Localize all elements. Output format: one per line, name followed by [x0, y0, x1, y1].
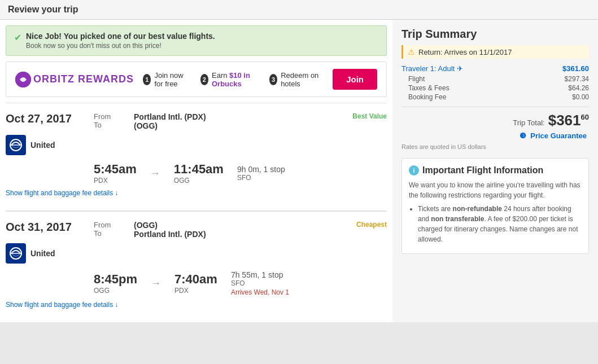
return-airports: (OGG) Portland Intl. (PDX): [134, 221, 206, 239]
return-origin: (OGG): [134, 221, 206, 230]
orbitz-wordmark: ORBITZ REWARDS: [33, 73, 134, 85]
outbound-flight-times: 5:45am PDX → 11:45am OGG 9h 0m, 1 stop S…: [6, 162, 387, 185]
return-date: Oct 31, 2017: [6, 221, 85, 234]
arrow-right-icon: →: [150, 168, 160, 179]
return-show-details[interactable]: Show flight and baggage fee details ↓: [6, 296, 118, 313]
traveler-price: $361.60: [562, 64, 589, 73]
return-from-label: From: [94, 221, 125, 229]
return-to-label: To: [94, 229, 125, 238]
step1-num: 1: [143, 74, 151, 85]
return-arrive: 7:40am PDX: [174, 272, 217, 295]
total-dollars: $361: [548, 112, 581, 129]
outbound-badge: Best Value: [352, 112, 387, 120]
return-arrive-time: 7:40am: [174, 272, 217, 287]
outbound-arrive: 11:45am OGG: [174, 162, 224, 185]
taxes-fee-label: Taxes & Fees: [408, 84, 449, 92]
return-arrive-code: PDX: [174, 287, 217, 295]
important-title-text: Important Flight Information: [422, 165, 543, 176]
outbound-dest: (OGG): [134, 121, 206, 130]
important-body-text: We want you to know the airline you're t…: [409, 180, 582, 200]
step2-num: 2: [200, 74, 208, 85]
return-depart-code: OGG: [94, 287, 137, 295]
right-panel: Trip Summary ⚠ Return: Arrives on 11/1/2…: [392, 20, 598, 322]
important-flight-title: i Important Flight Information: [409, 165, 582, 176]
alert-subtitle: Book now so you don't miss out on this p…: [26, 42, 215, 50]
outbound-from-label: From: [94, 112, 125, 121]
traveler-label: Traveler 1: Adult ✈: [401, 64, 463, 73]
main-layout: ✔ Nice Job! You picked one of our best v…: [0, 20, 598, 322]
price-guarantee-label: Price Guarantee: [530, 131, 587, 140]
price-guarantee-link[interactable]: ❸ Price Guarantee: [520, 132, 589, 140]
flight-fee-label: Flight: [408, 75, 425, 83]
taxes-fee-value: $64.26: [568, 84, 589, 92]
outbound-flight-section: Oct 27, 2017 From To Portland Intl. (PDX…: [6, 103, 387, 210]
flight-fee-value: $297.34: [565, 75, 589, 83]
step2-text: Earn: [212, 71, 229, 80]
outbound-flight-header: Oct 27, 2017 From To Portland Intl. (PDX…: [6, 112, 387, 130]
step3-num: 3: [269, 74, 277, 85]
outbound-duration-block: 9h 0m, 1 stop SFO: [237, 165, 285, 182]
total-cents: 60: [581, 113, 589, 121]
rewards-wordmark: REWARDS: [78, 73, 134, 85]
checkmark-icon: ✔: [14, 32, 21, 43]
outbound-depart-time: 5:45am: [94, 162, 137, 177]
page-title: Review your trip: [8, 5, 590, 15]
outbound-to-label: To: [94, 121, 125, 129]
important-bullet-1: Tickets are non-refundable 24 hours afte…: [418, 204, 582, 244]
rewards-bar: ORBITZ REWARDS 1 Join now for free 2 Ear…: [6, 62, 387, 97]
outbound-arrive-time: 11:45am: [174, 162, 224, 177]
step-1: 1 Join now for free: [143, 71, 194, 88]
price-guarantee-icon: ❸: [520, 131, 526, 140]
return-notice-text: Return: Arrives on 11/1/2017: [418, 48, 512, 56]
return-depart: 8:45pm OGG: [94, 272, 137, 295]
return-badge: Cheapest: [356, 221, 387, 229]
rates-note: Rates are quoted in US dollars: [401, 143, 589, 150]
return-dest: Portland Intl. (PDX): [134, 230, 206, 239]
trip-summary-title: Trip Summary: [401, 28, 589, 41]
important-flight-body: We want you to know the airline you're t…: [409, 180, 582, 244]
outbound-depart: 5:45am PDX: [94, 162, 137, 185]
left-panel: ✔ Nice Job! You picked one of our best v…: [0, 20, 392, 322]
total-price: $36160: [548, 112, 589, 129]
return-duration: 7h 55m, 1 stop: [231, 270, 289, 279]
step-3: 3 Redeem on hotels: [269, 71, 324, 88]
step-2: 2 Earn $10 in Orbucks: [200, 71, 263, 88]
return-notice: ⚠ Return: Arrives on 11/1/2017: [401, 45, 589, 59]
return-airline-row: United: [6, 243, 387, 264]
alert-bar: ✔ Nice Job! You picked one of our best v…: [6, 25, 387, 56]
bullet-text: Tickets are non-refundable 24 hours afte…: [418, 205, 578, 243]
info-icon: i: [409, 165, 419, 176]
return-airline-name: United: [30, 249, 55, 258]
flight-fee-row: Flight $297.34: [401, 75, 589, 83]
return-depart-time: 8:45pm: [94, 272, 137, 287]
important-flight-info: i Important Flight Information We want y…: [401, 158, 589, 254]
return-stopover: SFO: [231, 279, 289, 287]
step2-label: Earn $10 in Orbucks: [212, 71, 263, 88]
outbound-date: Oct 27, 2017: [6, 112, 85, 125]
outbound-arrive-code: OGG: [174, 177, 224, 185]
outbound-duration: 9h 0m, 1 stop: [237, 165, 285, 174]
booking-fee-label: Booking Fee: [408, 93, 446, 101]
warning-icon: ⚠: [408, 47, 415, 56]
step1-label: Join now for free: [154, 71, 193, 88]
return-arrives-date: Arrives Wed, Nov 1: [231, 288, 289, 296]
total-row: Trip Total: $36160: [401, 107, 589, 129]
outbound-airports: Portland Intl. (PDX) (OGG): [134, 112, 206, 130]
alert-text: Nice Job! You picked one of our best val…: [26, 32, 215, 50]
traveler-row: Traveler 1: Adult ✈ $361.60: [401, 64, 589, 73]
outbound-route-labels: From To: [94, 112, 125, 129]
outbound-airline-name: United: [30, 141, 55, 150]
return-flight-times: 8:45pm OGG → 7:40am PDX 7h 55m, 1 stop S…: [6, 270, 387, 296]
outbound-show-details[interactable]: Show flight and baggage fee details ↓: [6, 185, 118, 201]
orbitz-logo: ORBITZ REWARDS: [15, 72, 134, 87]
price-guarantee: ❸ Price Guarantee: [401, 131, 589, 140]
page-wrapper: Review your trip ✔ Nice Job! You picked …: [0, 0, 598, 322]
arrow-right-icon-2: →: [151, 278, 161, 290]
step3-label: Redeem on hotels: [281, 71, 324, 88]
rewards-steps: 1 Join now for free 2 Earn $10 in Orbuck…: [143, 71, 324, 88]
join-button[interactable]: Join: [333, 69, 377, 90]
outbound-origin: Portland Intl. (PDX): [134, 112, 206, 121]
outbound-airline-logo: [6, 135, 26, 155]
booking-fee-row: Booking Fee $0.00: [401, 93, 589, 101]
return-flight-header: Oct 31, 2017 From To (OGG) Portland Intl…: [6, 221, 387, 239]
